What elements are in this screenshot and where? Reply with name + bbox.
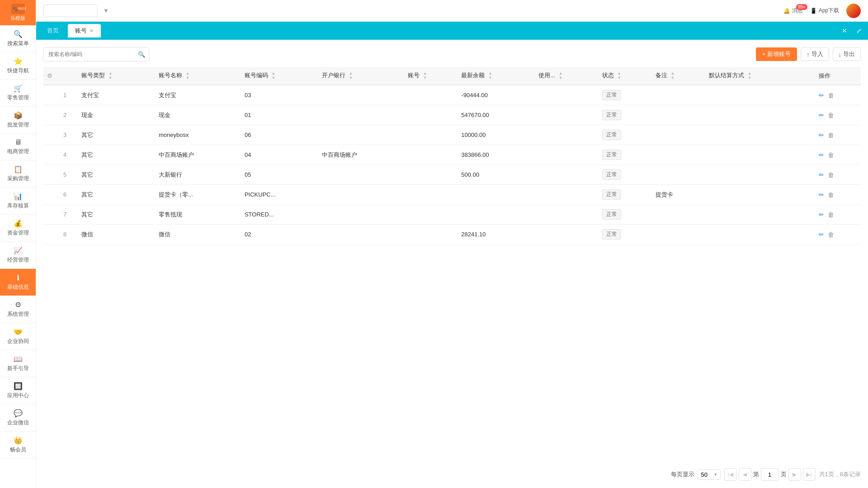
- message-button[interactable]: 🔔 消息 99+: [783, 7, 803, 14]
- page-prev-button[interactable]: ◀: [739, 468, 751, 481]
- row-edit-button[interactable]: ✏: [819, 112, 824, 119]
- tab-home-label: 首页: [47, 27, 59, 35]
- row-edit-button[interactable]: ✏: [819, 92, 824, 99]
- tab-home[interactable]: 首页: [40, 24, 66, 38]
- dropdown-icon[interactable]: ▼: [103, 7, 109, 14]
- import-button[interactable]: ↑ 导入: [801, 47, 829, 61]
- col-latest-balance[interactable]: 最新余额 ▲▼: [458, 67, 535, 85]
- sidebar-item-vip-member[interactable]: 👑 畅会员: [0, 432, 36, 459]
- row-edit-button[interactable]: ✏: [819, 231, 824, 238]
- sort-icon-status: ▲▼: [617, 71, 621, 80]
- page-next-button[interactable]: ▶: [788, 468, 801, 481]
- account-table-container: ⚙ 账号类型 ▲▼ 账号名称 ▲▼ 账号编码 ▲▼: [43, 67, 861, 463]
- sidebar-item-beginner-guide[interactable]: 📖 新手引导: [0, 350, 36, 377]
- row-delete-button[interactable]: 🗑: [828, 171, 834, 178]
- retail-mgmt-icon: 🛒: [14, 84, 23, 93]
- col-bank[interactable]: 开户银行 ▲▼: [318, 67, 404, 85]
- row-account-type: 其它: [78, 205, 155, 225]
- col-account-type[interactable]: 账号类型 ▲▼: [78, 67, 155, 85]
- row-delete-button[interactable]: 🗑: [828, 191, 834, 198]
- row-num: 8: [60, 225, 78, 244]
- row-notes: [652, 165, 705, 185]
- topbar-right: 🔔 消息 99+ 📱 App下载: [783, 4, 861, 18]
- row-delete-button[interactable]: 🗑: [828, 231, 834, 238]
- sidebar-item-wholesale-mgmt[interactable]: 📦 批发管理: [0, 107, 36, 134]
- col-status[interactable]: 状态 ▲▼: [599, 67, 652, 85]
- account-search-input[interactable]: [44, 47, 134, 61]
- company-agreement-icon: 🤝: [14, 328, 23, 336]
- per-page-select[interactable]: 50 100 200: [697, 469, 721, 480]
- sidebar-logo-text: 乐橙版: [10, 15, 25, 22]
- row-edit-button[interactable]: ✏: [819, 191, 824, 198]
- sidebar-item-label-enterprise-wechat: 企业微信: [7, 419, 29, 427]
- sidebar-item-app-center[interactable]: 🔲 应用中心: [0, 377, 36, 404]
- row-edit-button[interactable]: ✏: [819, 171, 824, 178]
- col-action: 操作: [815, 67, 861, 85]
- page-first-button[interactable]: |◀: [724, 468, 737, 481]
- sidebar-item-company-agreement[interactable]: 🤝 企业协同: [0, 323, 36, 350]
- sidebar-item-ecommerce-mgmt[interactable]: 🖥 电商管理: [0, 134, 36, 160]
- col-account-code[interactable]: 账号编码 ▲▼: [241, 67, 318, 85]
- topbar-search-input[interactable]: [43, 5, 98, 17]
- row-usage: [535, 105, 598, 125]
- add-account-button[interactable]: + 新增账号: [756, 47, 797, 61]
- row-default-settlement: [705, 225, 815, 244]
- sidebar-item-retail-mgmt[interactable]: 🛒 零售管理: [0, 80, 36, 107]
- sidebar-item-finance-mgmt[interactable]: 💰 资金管理: [0, 215, 36, 242]
- column-settings-icon[interactable]: ⚙: [47, 72, 52, 79]
- col-default-settlement[interactable]: 默认结算方式 ▲▼: [705, 67, 815, 85]
- export-icon: ↓: [839, 51, 842, 58]
- row-delete-button[interactable]: 🗑: [828, 131, 834, 139]
- sort-icon-balance: ▲▼: [488, 71, 492, 80]
- row-account-code: 06: [241, 125, 318, 145]
- page-label: 第: [753, 470, 759, 479]
- topbar-left: ▼: [43, 5, 109, 17]
- sidebar-logo: 🐾 铂品通 乐橙版: [0, 0, 36, 25]
- sidebar-item-search-menu[interactable]: 🔍 搜索菜单: [0, 25, 36, 52]
- row-balance: 500.00: [458, 165, 535, 185]
- sidebar-item-label-retail-mgmt: 零售管理: [7, 94, 29, 102]
- row-default-settlement: [705, 105, 815, 125]
- row-default-settlement: [705, 125, 815, 145]
- row-edit-button[interactable]: ✏: [819, 151, 824, 159]
- sidebar-item-basic-info[interactable]: ℹ 基础信息: [0, 269, 36, 296]
- row-edit-button[interactable]: ✏: [819, 131, 824, 139]
- row-bank: [318, 105, 404, 125]
- row-status: 正常: [599, 185, 652, 205]
- sidebar-item-enterprise-wechat[interactable]: 💬 企业微信: [0, 404, 36, 432]
- col-notes[interactable]: 备注 ▲▼: [652, 67, 705, 85]
- table-row: 4 其它 中百商场账户 04 中百商场账户 383866.00 正常 ✏ 🗑: [43, 145, 861, 165]
- page-input[interactable]: [761, 468, 779, 481]
- sidebar-item-label-finance-mgmt: 资金管理: [7, 229, 29, 237]
- tab-maximize-button[interactable]: ⤢: [854, 25, 864, 36]
- page-last-button[interactable]: ▶|: [803, 468, 816, 481]
- sidebar-item-label-search-menu: 搜索菜单: [7, 40, 29, 47]
- export-button[interactable]: ↓ 导出: [833, 47, 861, 61]
- download-button[interactable]: 📱 App下载: [810, 7, 839, 14]
- row-balance: 28241.10: [458, 225, 535, 244]
- row-edit-button[interactable]: ✏: [819, 211, 824, 218]
- row-delete-button[interactable]: 🗑: [828, 92, 834, 99]
- sidebar-item-quick-nav[interactable]: ⭐ 快捷导航: [0, 52, 36, 80]
- sidebar-item-operations-mgmt[interactable]: 📈 经营管理: [0, 242, 36, 269]
- basic-info-icon: ℹ: [17, 273, 19, 282]
- row-account-name: 提货卡（零...: [155, 185, 241, 205]
- col-account-name[interactable]: 账号名称 ▲▼: [155, 67, 241, 85]
- tab-account-close-icon[interactable]: ✕: [90, 28, 94, 34]
- search-submit-button[interactable]: 🔍: [134, 47, 149, 61]
- row-account-type: 现金: [78, 105, 155, 125]
- tab-account[interactable]: 账号 ✕: [68, 24, 101, 38]
- row-notes: [652, 225, 705, 244]
- row-delete-button[interactable]: 🗑: [828, 211, 834, 218]
- row-delete-button[interactable]: 🗑: [828, 151, 834, 159]
- col-usage[interactable]: 使用... ▲▼: [535, 67, 598, 85]
- sidebar-item-inventory[interactable]: 📊 库存核算: [0, 188, 36, 215]
- row-balance: -90444.00: [458, 85, 535, 105]
- row-delete-button[interactable]: 🗑: [828, 112, 834, 119]
- sidebar-item-system-mgmt[interactable]: ⚙ 系统管理: [0, 296, 36, 323]
- sidebar-item-purchase-mgmt[interactable]: 📋 采购管理: [0, 160, 36, 188]
- tab-close-all-button[interactable]: ✕: [839, 25, 850, 36]
- tab-account-label: 账号: [75, 27, 87, 35]
- col-account-no[interactable]: 账号 ▲▼: [404, 67, 458, 85]
- user-avatar[interactable]: [846, 4, 861, 18]
